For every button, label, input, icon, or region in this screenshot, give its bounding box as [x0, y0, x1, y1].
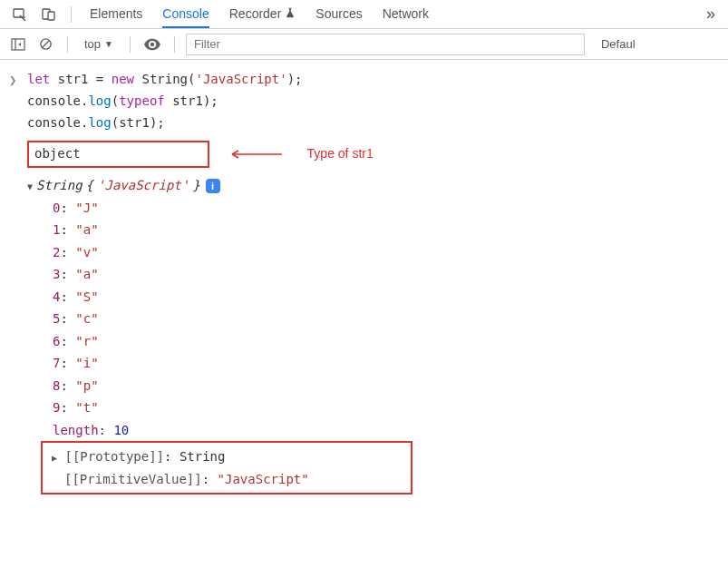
- info-icon[interactable]: i: [206, 179, 220, 193]
- object-properties: 0: "J" 1: "a" 2: "v" 3: "a" 4: "S" 5: "c…: [53, 197, 728, 442]
- sidebar-toggle-icon[interactable]: [7, 34, 29, 55]
- panel-tabs: Elements Console Recorder Sources Networ…: [90, 0, 429, 28]
- expand-triangle-icon[interactable]: ▶: [52, 453, 57, 463]
- close-brace: }: [192, 175, 199, 197]
- dropdown-triangle-icon: ▼: [104, 39, 113, 49]
- output-object-expanded: ▼ String {'JavaScript'} i 0: "J" 1: "a" …: [27, 175, 728, 441]
- primitive-value-row[interactable]: [[PrimitiveValue]]: "JavaScript": [52, 468, 402, 491]
- console-input-block: ❯ let str1 = new String('JavaScript'); c…: [0, 69, 728, 139]
- svg-point-5: [150, 42, 155, 46]
- clear-console-icon[interactable]: [34, 34, 56, 55]
- prop-row[interactable]: 3: "a": [53, 263, 728, 286]
- tab-console[interactable]: Console: [162, 0, 209, 28]
- collapse-triangle-icon[interactable]: ▼: [27, 179, 33, 194]
- separator: [174, 36, 175, 53]
- prop-row[interactable]: 8: "p": [53, 375, 728, 397]
- prop-row[interactable]: 5: "c": [53, 308, 728, 330]
- object-class-name: String: [36, 175, 83, 197]
- prop-row[interactable]: 9: "t": [53, 397, 728, 419]
- prop-length-row[interactable]: length: 10: [53, 419, 728, 442]
- inspect-icon[interactable]: [7, 2, 33, 27]
- live-expression-icon[interactable]: [141, 34, 163, 55]
- prop-row[interactable]: 0: "J": [53, 197, 728, 220]
- code-line-2: console.log(typeof str1);: [27, 91, 719, 113]
- svg-rect-0: [14, 9, 24, 17]
- annotation-arrow-icon: [228, 142, 282, 167]
- tab-recorder-label: Recorder: [229, 6, 282, 21]
- console-sub-toolbar: top ▼ Defaul: [0, 29, 728, 60]
- separator: [130, 36, 131, 53]
- open-brace: {: [86, 175, 93, 197]
- filter-input[interactable]: [186, 34, 585, 55]
- tab-elements[interactable]: Elements: [90, 0, 142, 28]
- devtools-top-toolbar: Elements Console Recorder Sources Networ…: [0, 0, 728, 29]
- tab-recorder[interactable]: Recorder: [229, 0, 296, 28]
- prop-row[interactable]: 7: "i": [53, 352, 728, 375]
- output-typeof-row: object Type of str1: [0, 139, 728, 170]
- prompt-chevron-icon: ❯: [9, 69, 27, 133]
- prop-row[interactable]: 1: "a": [53, 219, 728, 241]
- device-toggle-icon[interactable]: [36, 2, 62, 27]
- prop-row[interactable]: 6: "r": [53, 330, 728, 353]
- tab-network[interactable]: Network: [383, 0, 429, 28]
- context-selector[interactable]: top ▼: [79, 35, 119, 53]
- code-line-3: console.log(str1);: [27, 113, 719, 134]
- log-levels-selector[interactable]: Defaul: [601, 37, 636, 51]
- object-literal: 'JavaScript': [97, 175, 189, 197]
- more-tabs-chevron-icon[interactable]: »: [701, 5, 721, 24]
- separator: [71, 6, 72, 23]
- flask-icon: [285, 6, 296, 21]
- object-header[interactable]: ▼ String {'JavaScript'} i: [27, 175, 728, 197]
- prop-row[interactable]: 4: "S": [53, 286, 728, 308]
- output-typeof-value: object: [27, 141, 209, 168]
- console-body: ❯ let str1 = new String('JavaScript'); c…: [0, 60, 728, 504]
- svg-rect-2: [48, 12, 54, 20]
- tab-sources[interactable]: Sources: [315, 0, 362, 28]
- annotation-label: Type of str1: [307, 143, 374, 165]
- code-lines: let str1 = new String('JavaScript'); con…: [27, 69, 719, 133]
- code-line-1: let str1 = new String('JavaScript');: [27, 69, 719, 91]
- prop-row[interactable]: 2: "v": [53, 241, 728, 264]
- prototype-row[interactable]: ▶ [[Prototype]]: String: [52, 446, 402, 468]
- object-internals-box: ▶ [[Prototype]]: String [[PrimitiveValue…: [41, 441, 413, 495]
- context-label: top: [84, 37, 101, 51]
- separator: [67, 36, 68, 53]
